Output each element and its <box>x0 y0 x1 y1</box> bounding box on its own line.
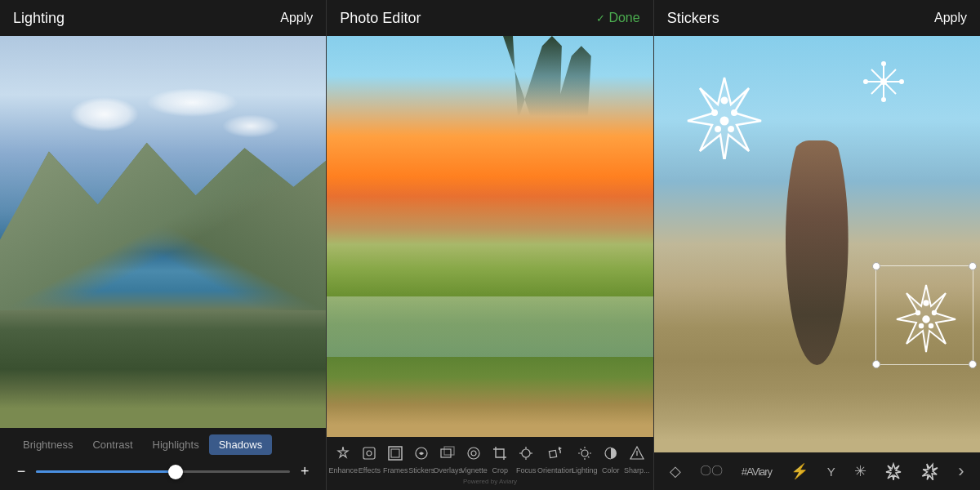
lighting-photo-bg <box>0 36 326 428</box>
slider-fill <box>36 470 176 473</box>
sticker-tool-lightning[interactable]: ⚡ <box>791 462 808 480</box>
lighting-panel: Lighting Apply Brightness Contrast Highl… <box>0 0 326 490</box>
sharpen-icon <box>627 443 647 463</box>
stickers-photo-bg <box>654 36 980 452</box>
crop-icon <box>490 443 510 463</box>
overlays-label: Overlays <box>434 466 463 474</box>
effects-icon <box>359 443 379 463</box>
sticker-tool-sunglasses[interactable]: 〇〇 <box>700 464 723 479</box>
tool-vignette[interactable]: Vignette <box>461 443 487 474</box>
stickers-title: Stickers <box>667 10 719 27</box>
stickers-panel: Stickers Apply <box>653 0 980 490</box>
svg-rect-5 <box>441 449 451 457</box>
slider-minus-icon[interactable]: − <box>13 463 29 480</box>
lighting-tab-row: Brightness Contrast Highlights Shadows <box>13 434 313 455</box>
lighting-tool-label: Lighting <box>572 466 598 474</box>
orientation-icon <box>546 443 565 463</box>
svg-rect-14 <box>549 450 556 457</box>
sticker-tool-star2[interactable] <box>921 462 939 480</box>
sticker-tool-cocktail[interactable]: Y <box>827 465 835 479</box>
svg-rect-3 <box>391 449 399 457</box>
slider-track[interactable] <box>36 470 290 473</box>
sticker-tool-starfish[interactable] <box>884 462 902 480</box>
stickers-label: Stickers <box>408 466 434 474</box>
photo-editor-photo-area <box>327 36 653 437</box>
tool-stickers[interactable]: Stickers <box>408 443 434 474</box>
sticker-tool-sparkle[interactable]: ✳ <box>854 462 866 480</box>
tab-shadows[interactable]: Shadows <box>209 434 272 455</box>
photo-editor-panel: Photo Editor ✓ Done Enhance Effects <box>326 0 653 490</box>
enhance-icon <box>333 443 353 463</box>
overlays-icon <box>438 443 457 463</box>
lighting-apply-button[interactable]: Apply <box>280 11 313 25</box>
effects-label: Effects <box>359 466 381 474</box>
tool-sharpen[interactable]: Sharp... <box>624 443 650 474</box>
lighting-photo-area <box>0 36 326 428</box>
lighting-controls: Brightness Contrast Highlights Shadows −… <box>0 428 326 490</box>
slider-plus-icon[interactable]: + <box>296 463 313 480</box>
stickers-header: Stickers Apply <box>654 0 980 36</box>
tool-effects[interactable]: Effects <box>356 443 382 474</box>
svg-point-15 <box>581 450 588 457</box>
tool-lighting[interactable]: Lighting <box>572 443 598 474</box>
lighting-header: Lighting Apply <box>0 0 326 36</box>
svg-rect-2 <box>389 447 402 460</box>
photo-editor-header: Photo Editor ✓ Done <box>327 0 653 36</box>
lighting-icon <box>575 443 595 463</box>
tool-crop[interactable]: Crop <box>487 443 513 474</box>
frames-label: Frames <box>383 466 408 474</box>
tool-enhance[interactable]: Enhance <box>330 443 356 474</box>
stickers-photo-area <box>654 36 980 452</box>
svg-point-1 <box>367 451 372 456</box>
done-checkmark: ✓ <box>596 12 605 24</box>
enhance-label: Enhance <box>329 466 359 474</box>
stickers-apply-button[interactable]: Apply <box>934 11 967 25</box>
tool-row: Enhance Effects Frames Stickers <box>327 443 653 474</box>
svg-point-8 <box>471 451 476 456</box>
photo-editor-photo-bg <box>327 36 653 437</box>
tab-brightness[interactable]: Brightness <box>13 434 82 455</box>
tab-contrast[interactable]: Contrast <box>82 434 142 455</box>
tab-highlights[interactable]: Highlights <box>143 434 209 455</box>
stickers-controls: ◇ 〇〇 #AViary ⚡ Y ✳ › <box>654 452 980 490</box>
svg-line-21 <box>588 457 589 457</box>
sticker-tool-diamond[interactable]: ◇ <box>670 462 681 480</box>
svg-point-9 <box>522 449 530 457</box>
powered-by-label: Powered by Aviary <box>327 478 653 487</box>
focus-label: Focus <box>516 466 537 474</box>
sticker-tool-hashtag[interactable]: #AViary <box>742 466 772 478</box>
vignette-label: Vignette <box>461 466 488 474</box>
lighting-title: Lighting <box>13 10 65 27</box>
orientation-label: Orientation <box>537 466 573 474</box>
tool-overlays[interactable]: Overlays <box>434 443 461 474</box>
color-icon <box>601 443 621 463</box>
svg-rect-6 <box>444 447 454 455</box>
svg-rect-0 <box>363 448 375 459</box>
svg-point-7 <box>468 448 479 459</box>
photo-editor-title: Photo Editor <box>340 10 421 27</box>
frames-icon <box>385 443 405 463</box>
color-label: Color <box>602 466 620 474</box>
tool-orientation[interactable]: Orientation <box>539 443 571 474</box>
done-button[interactable]: ✓ Done <box>596 11 639 25</box>
vignette-icon <box>464 443 483 463</box>
tool-color[interactable]: Color <box>598 443 624 474</box>
sticker-tool-row: ◇ 〇〇 #AViary ⚡ Y ✳ › <box>661 461 973 482</box>
stickers-icon <box>412 443 431 463</box>
done-label: Done <box>608 11 639 25</box>
focus-icon <box>516 443 536 463</box>
slider-thumb[interactable] <box>168 465 183 479</box>
slider-row: − + <box>13 463 313 480</box>
tool-focus[interactable]: Focus <box>513 443 539 474</box>
sharpen-label: Sharp... <box>624 466 650 474</box>
sticker-tool-more[interactable]: › <box>958 461 964 482</box>
tool-frames[interactable]: Frames <box>382 443 408 474</box>
crop-label: Crop <box>492 466 509 474</box>
svg-line-20 <box>580 449 581 450</box>
photo-editor-controls: Enhance Effects Frames Stickers <box>327 437 653 490</box>
